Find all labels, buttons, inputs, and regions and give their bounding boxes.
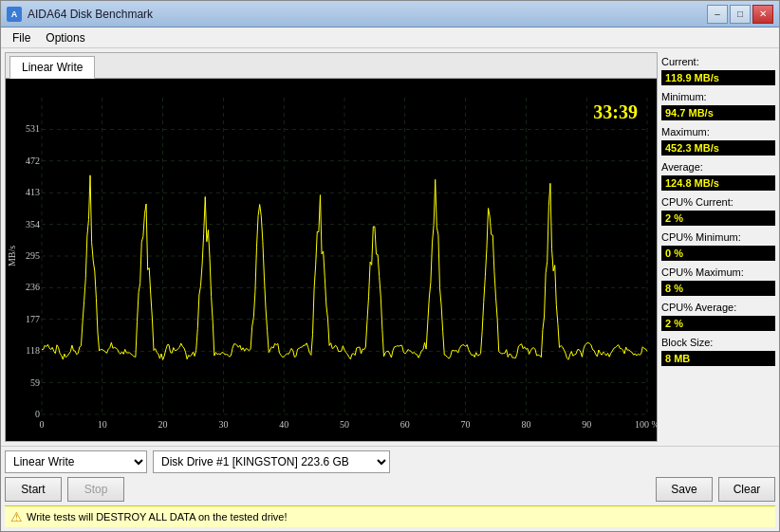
title-bar: A AIDA64 Disk Benchmark – □ ✕ (1, 1, 779, 28)
cpu-average-value: 2 % (661, 316, 775, 331)
drive-select[interactable]: Disk Drive #1 [KINGSTON] 223.6 GB (153, 450, 390, 473)
cpu-minimum-label: CPU% Minimum: (661, 231, 775, 243)
minimum-value: 94.7 MB/s (661, 105, 775, 120)
cpu-maximum-label: CPU% Maximum: (661, 266, 775, 278)
warning-bar: ⚠ Write tests will DESTROY ALL DATA on t… (5, 505, 775, 527)
cpu-minimum-value: 0 % (661, 246, 775, 261)
save-button[interactable]: Save (656, 477, 713, 502)
stop-button[interactable]: Stop (67, 477, 124, 502)
maximum-value: 452.3 MB/s (661, 140, 775, 156)
main-window: A AIDA64 Disk Benchmark – □ ✕ File Optio… (0, 0, 780, 532)
close-button[interactable]: ✕ (752, 5, 773, 24)
benchmark-canvas (6, 79, 657, 441)
start-button[interactable]: Start (5, 477, 62, 502)
clear-button[interactable]: Clear (718, 477, 775, 502)
window-title: AIDA64 Disk Benchmark (28, 8, 707, 21)
window-controls: – □ ✕ (707, 5, 773, 24)
test-select[interactable]: Linear Write Linear Read Random Write Ra… (5, 450, 147, 473)
minimum-label: Minimum: (661, 91, 775, 102)
warning-icon: ⚠ (10, 509, 23, 524)
menu-options[interactable]: Options (38, 29, 92, 46)
block-size-label: Block Size: (661, 337, 775, 348)
minimize-button[interactable]: – (707, 5, 728, 24)
button-row: Start Stop Save Clear (5, 477, 775, 502)
warning-text: Write tests will DESTROY ALL DATA on the… (27, 511, 288, 523)
bottom-bar: Linear Write Linear Read Random Write Ra… (1, 446, 779, 531)
main-content: Linear Write Current: 118.9 MB/s Minimum… (1, 48, 779, 446)
cpu-maximum-value: 8 % (661, 281, 775, 296)
stats-panel: Current: 118.9 MB/s Minimum: 94.7 MB/s M… (661, 52, 775, 442)
chart-panel: Linear Write (5, 52, 658, 442)
app-icon: A (7, 7, 22, 22)
current-value: 118.9 MB/s (661, 70, 775, 85)
controls-row: Linear Write Linear Read Random Write Ra… (5, 450, 775, 473)
save-clear-group: Save Clear (656, 477, 775, 502)
menu-bar: File Options (1, 28, 779, 48)
maximize-button[interactable]: □ (730, 5, 751, 24)
average-value: 124.8 MB/s (661, 175, 775, 191)
cpu-average-label: CPU% Average: (661, 302, 775, 313)
block-size-value: 8 MB (661, 351, 775, 366)
average-label: Average: (661, 161, 775, 173)
cpu-current-value: 2 % (661, 211, 775, 226)
menu-file[interactable]: File (5, 29, 38, 46)
current-label: Current: (661, 56, 775, 67)
cpu-current-label: CPU% Current: (661, 196, 775, 208)
chart-area (6, 79, 657, 441)
tab-bar: Linear Write (6, 53, 657, 79)
maximum-label: Maximum: (661, 126, 775, 138)
tab-linear-write[interactable]: Linear Write (9, 56, 95, 79)
